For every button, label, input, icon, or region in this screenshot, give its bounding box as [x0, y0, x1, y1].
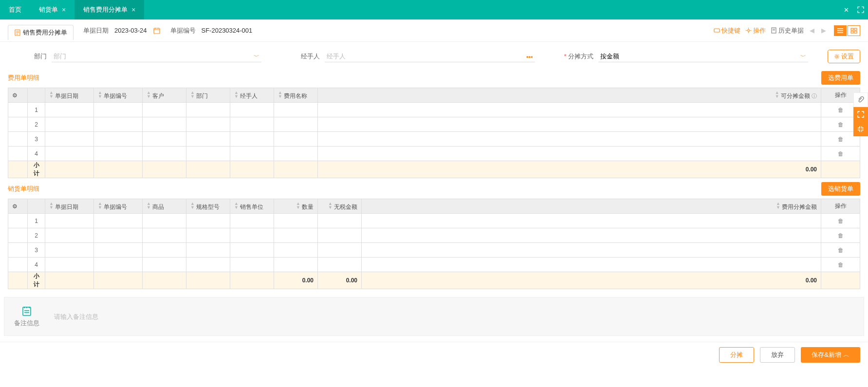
- dept-filter[interactable]: 部门 ﹀: [8, 50, 261, 63]
- col-fee[interactable]: ▲▼费用名称: [274, 88, 318, 103]
- expense-detail-section: 费用单明细 选费用单 ⚙ ▲▼单据日期 ▲▼单据编号 ▲▼客户 ▲▼部门 ▲▼经…: [0, 67, 868, 178]
- subtotal-row: 小计0.00: [8, 161, 860, 178]
- discard-button[interactable]: 放弃: [760, 347, 795, 363]
- col-alloc[interactable]: ▲▼可分摊金额 ⓘ: [318, 88, 821, 103]
- allocate-button[interactable]: 分摊: [719, 347, 754, 363]
- delete-icon[interactable]: 🗑: [838, 121, 844, 128]
- col-cust[interactable]: ▲▼客户: [143, 88, 186, 103]
- collapse-icon[interactable]: [853, 122, 868, 136]
- remarks-label: 备注信息: [14, 319, 39, 328]
- expand-icon[interactable]: [853, 107, 868, 122]
- table-row[interactable]: 2🗑: [8, 117, 860, 132]
- table-row[interactable]: 1🗑: [8, 214, 860, 228]
- side-widgets: [853, 92, 868, 136]
- svg-point-3: [748, 30, 750, 32]
- col-unit[interactable]: ▲▼销售单位: [230, 199, 274, 214]
- filter-row: 部门 ﹀ 经手人 ••• *分摊方式 ﹀ 设置: [0, 42, 868, 67]
- calendar-icon[interactable]: [153, 27, 161, 35]
- delete-icon[interactable]: 🗑: [838, 136, 844, 143]
- table-row[interactable]: 2🗑: [8, 228, 860, 243]
- svg-rect-5: [851, 28, 853, 30]
- svg-rect-7: [851, 31, 853, 33]
- delete-icon[interactable]: 🗑: [838, 150, 844, 157]
- col-action: 操作: [821, 199, 860, 214]
- col-dept[interactable]: ▲▼部门: [186, 88, 230, 103]
- tab-home[interactable]: 首页: [0, 0, 30, 19]
- table-row[interactable]: 4🗑: [8, 147, 860, 161]
- col-date[interactable]: ▲▼单据日期: [45, 88, 94, 103]
- delete-icon[interactable]: 🗑: [838, 107, 844, 113]
- view-list-icon[interactable]: [834, 25, 847, 36]
- shortcut-link[interactable]: 快捷键: [714, 26, 740, 35]
- table-row[interactable]: 3🗑: [8, 243, 860, 258]
- col-handler[interactable]: ▲▼经手人: [230, 88, 274, 103]
- col-spec[interactable]: ▲▼规格型号: [186, 199, 230, 214]
- method-filter[interactable]: *分摊方式 ﹀: [554, 50, 808, 63]
- date-value[interactable]: 2023-03-24: [114, 27, 147, 34]
- table-row[interactable]: 4🗑: [8, 258, 860, 272]
- delete-icon[interactable]: 🗑: [838, 247, 844, 254]
- handler-input[interactable]: [325, 51, 535, 62]
- settings-button[interactable]: 设置: [828, 50, 860, 63]
- delete-icon[interactable]: 🗑: [838, 261, 844, 268]
- svg-rect-6: [854, 28, 857, 30]
- document-icon: [14, 29, 21, 36]
- fullscreen-icon[interactable]: [853, 0, 868, 19]
- attachment-icon[interactable]: [853, 92, 868, 107]
- prev-icon[interactable]: ◀: [809, 27, 815, 34]
- svg-rect-2: [714, 29, 720, 32]
- gear-icon[interactable]: ⚙: [8, 199, 28, 214]
- col-alloc[interactable]: ▲▼费用分摊金额: [362, 199, 821, 214]
- remarks-bar: 备注信息: [4, 297, 864, 336]
- tab-sales[interactable]: 销货单×: [30, 0, 74, 19]
- method-input[interactable]: [598, 51, 808, 62]
- expense-table: ⚙ ▲▼单据日期 ▲▼单据编号 ▲▼客户 ▲▼部门 ▲▼经手人 ▲▼费用名称 ▲…: [8, 88, 860, 178]
- chevron-up-icon: ︿: [843, 350, 850, 359]
- delete-icon[interactable]: 🗑: [838, 218, 844, 224]
- select-expense-button[interactable]: 选费用单: [821, 71, 860, 85]
- section-title: 费用单明细: [8, 74, 39, 82]
- help-icon[interactable]: ⓘ: [812, 93, 817, 99]
- sales-detail-section: 销货单明细 选销货单 ⚙ ▲▼单据日期 ▲▼单据编号 ▲▼商品 ▲▼规格型号 ▲…: [0, 178, 868, 289]
- handler-filter[interactable]: 经手人 •••: [281, 50, 535, 63]
- sales-table: ⚙ ▲▼单据日期 ▲▼单据编号 ▲▼商品 ▲▼规格型号 ▲▼销售单位 ▲▼数量 …: [8, 199, 860, 289]
- bottom-bar: 分摊 放弃 保存&新增︿: [0, 342, 868, 368]
- delete-icon[interactable]: 🗑: [838, 232, 844, 239]
- dept-label: 部门: [8, 52, 47, 61]
- col-date[interactable]: ▲▼单据日期: [45, 199, 94, 214]
- date-label: 单据日期: [83, 26, 109, 35]
- subtotal-row: 小计0.000.000.00: [8, 272, 860, 289]
- col-num[interactable]: ▲▼单据编号: [94, 199, 143, 214]
- col-prod[interactable]: ▲▼商品: [143, 199, 186, 214]
- col-num[interactable]: ▲▼单据编号: [94, 88, 143, 103]
- close-icon[interactable]: ×: [131, 6, 135, 14]
- form-title: 销售费用分摊单: [23, 28, 67, 37]
- top-tab-bar: 首页 销货单× 销售费用分摊单× ✕: [0, 0, 868, 19]
- toolbar: 销售费用分摊单 单据日期 2023-03-24 单据编号 SF-20230324…: [0, 19, 868, 42]
- form-title-tab: 销售费用分摊单: [8, 25, 74, 40]
- close-icon[interactable]: ×: [62, 6, 66, 14]
- save-new-button[interactable]: 保存&新增︿: [801, 347, 860, 363]
- remarks-input[interactable]: [54, 313, 854, 320]
- next-icon[interactable]: ▶: [820, 27, 827, 34]
- close-all-icon[interactable]: ✕: [839, 0, 853, 19]
- history-link[interactable]: 历史单据: [771, 26, 804, 35]
- tab-expense-alloc[interactable]: 销售费用分摊单×: [74, 0, 144, 19]
- operate-link[interactable]: 操作: [745, 26, 766, 35]
- table-row[interactable]: 3🗑: [8, 132, 860, 147]
- table-row[interactable]: 1🗑: [8, 103, 860, 117]
- num-label: 单据编号: [170, 26, 196, 35]
- select-sales-button[interactable]: 选销货单: [821, 182, 860, 196]
- svg-rect-8: [854, 31, 857, 33]
- view-grid-icon[interactable]: [848, 25, 860, 36]
- col-notax[interactable]: ▲▼无税金额: [318, 199, 362, 214]
- col-qty[interactable]: ▲▼数量: [274, 199, 318, 214]
- handler-label: 经手人: [281, 52, 320, 61]
- section-title: 销货单明细: [8, 184, 39, 193]
- svg-rect-10: [23, 307, 31, 315]
- num-value: SF-20230324-001: [202, 27, 253, 34]
- gear-icon[interactable]: ⚙: [8, 88, 28, 103]
- svg-point-9: [836, 55, 838, 57]
- dept-input[interactable]: [52, 51, 261, 62]
- method-label: *分摊方式: [554, 52, 593, 61]
